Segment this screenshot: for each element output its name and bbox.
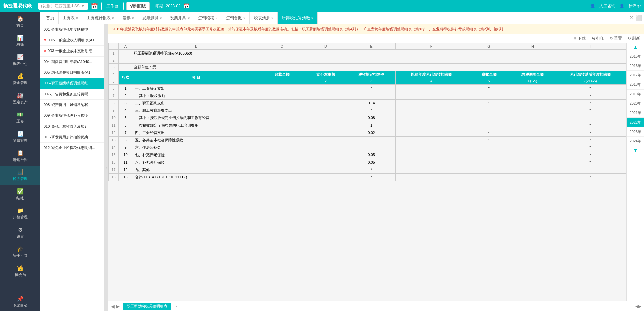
left-nav-item-005[interactable]: 005-纳税调整项目明细表(A1... <box>40 67 104 78</box>
left-nav-item-003[interactable]: ⊗ 003-一般企业成本支出明细... <box>40 46 104 57</box>
tab-home[interactable]: 首页 <box>42 12 59 24</box>
cell-16G[interactable] <box>467 159 511 166</box>
sidebar-item-asset[interactable]: 🏭 固定资产 <box>0 89 40 108</box>
cell-15H[interactable] <box>511 151 554 159</box>
cell-18E[interactable]: * <box>347 173 395 181</box>
cell-15A[interactable]: 10 <box>119 151 132 159</box>
cell-16H[interactable] <box>511 159 554 166</box>
cell-15G[interactable] <box>467 151 511 159</box>
company-selector[interactable]: (勿删）江西皖宝-LSS ▼ <box>38 3 88 10</box>
left-nav-item-008[interactable]: 008-资产折旧、摊销及纳税... <box>40 100 104 110</box>
cell-15C[interactable] <box>260 151 304 159</box>
cell-10C[interactable] <box>260 114 304 122</box>
cell-12H[interactable] <box>511 129 554 136</box>
cell-15D[interactable] <box>304 151 347 159</box>
cell-12A[interactable]: 7 <box>119 129 132 136</box>
year-nav-2023[interactable]: 2023年 <box>627 127 644 137</box>
reset-button[interactable]: ↺ 重置 <box>610 36 622 41</box>
tab-invoice-open-close[interactable]: × <box>188 16 190 20</box>
cell-13F[interactable] <box>395 136 467 144</box>
workspace-button[interactable]: 工作台 <box>101 2 124 10</box>
cell-9G[interactable] <box>467 107 511 114</box>
cell-14C[interactable] <box>260 144 304 151</box>
cell-14F[interactable] <box>395 144 467 151</box>
cell-8B[interactable]: 二、职工福利支出 <box>132 99 260 107</box>
cell-16C[interactable] <box>260 159 304 166</box>
nav-next-icon[interactable]: ▶ <box>116 304 120 309</box>
cell-14A[interactable]: 9 <box>119 144 132 151</box>
cell-14H[interactable] <box>511 144 554 151</box>
cell-11G[interactable] <box>467 122 511 129</box>
sidebar-item-purchase[interactable]: 📋 进销台账 <box>0 146 40 166</box>
cell-11F[interactable] <box>395 122 467 129</box>
cell-16E[interactable]: 0.05 <box>347 159 395 166</box>
cell-12C[interactable] <box>260 129 304 136</box>
cell-6H[interactable] <box>511 84 554 92</box>
sheet-options-icon[interactable]: ⋮⋮ <box>174 304 183 309</box>
sidebar-item-home[interactable]: 🏠 首页 <box>0 12 40 31</box>
tab-invoice-close[interactable]: × <box>132 16 134 20</box>
year-nav-2018[interactable]: 2018年 <box>627 80 644 90</box>
cell-17H[interactable] <box>511 166 554 173</box>
year-nav-2020[interactable]: 2020年 <box>627 99 644 108</box>
cell-13B[interactable]: 五、各类基本社会保障性缴款 <box>132 136 260 144</box>
cell-17B[interactable]: 九、其他 <box>132 166 260 173</box>
sidebar-item-tax[interactable]: 🧮 税务管理 <box>0 166 40 185</box>
sidebar-item-guide[interactable]: 🎓 新手引导 <box>0 242 40 262</box>
cell-10A[interactable]: 5 <box>119 114 132 122</box>
cell-12G[interactable]: * <box>467 129 511 136</box>
sidebar-item-invoice[interactable]: 🧾 发票管理 <box>0 127 40 146</box>
sheet-scroll-right[interactable]: ▶ <box>638 304 641 309</box>
cell-17E[interactable]: * <box>347 166 395 173</box>
cell-10H[interactable] <box>511 114 554 122</box>
sheet-scroll-left[interactable]: ◀ <box>635 304 638 309</box>
cell-14I[interactable]: * <box>554 144 626 151</box>
switch-button[interactable]: 切到旧版 <box>126 2 150 10</box>
tab-reconcile[interactable]: 进销稽核 × <box>194 12 222 24</box>
left-nav-item-007[interactable]: 007-广告费和业务宣传费明... <box>40 89 104 100</box>
year-nav-2024[interactable]: 2024年 <box>627 137 644 146</box>
tab-invoice[interactable]: 发票 × <box>118 12 138 24</box>
year-nav-2019[interactable]: 2019年 <box>627 90 644 99</box>
cell-12E[interactable]: 0.02 <box>347 129 395 136</box>
cell-10D[interactable] <box>304 114 347 122</box>
sidebar-item-report[interactable]: 📈 报表中心 <box>0 50 40 70</box>
cell-10I[interactable] <box>554 114 626 122</box>
tab-maximize[interactable]: ⬜ <box>636 15 642 21</box>
cell-10B[interactable]: 其中：按税收规定比例扣除的职工教育经费 <box>132 114 260 122</box>
cell-6G[interactable]: * <box>467 84 511 92</box>
tab-income-tax[interactable]: 所得税汇算清缴 × <box>278 12 318 24</box>
cell-16I[interactable]: * <box>554 159 626 166</box>
year-nav-2016[interactable]: 2016年 <box>627 61 644 71</box>
cell-9F[interactable] <box>395 107 467 114</box>
cell-15I[interactable]: * <box>554 151 626 159</box>
tab-invoice-calc-close[interactable]: × <box>160 16 162 20</box>
cell-8D[interactable] <box>304 99 347 107</box>
cell-6F[interactable] <box>395 84 467 92</box>
cell-16F[interactable] <box>395 159 467 166</box>
cell-18D[interactable] <box>304 173 347 181</box>
cell-17C[interactable] <box>260 166 304 173</box>
cell-13E[interactable] <box>347 136 395 144</box>
cell-7I[interactable]: * <box>554 92 626 99</box>
year-nav-up[interactable]: ▲ <box>632 43 640 52</box>
cell-18H[interactable] <box>511 173 554 181</box>
sidebar-item-ledger[interactable]: 📊 总账 <box>0 31 40 50</box>
cell-13C[interactable] <box>260 136 304 144</box>
left-nav-item-002[interactable]: ⊗ 002-一般企业收入明细表(A1... <box>40 35 104 46</box>
cell-6A[interactable]: 1 <box>119 84 132 92</box>
year-nav-down[interactable]: ▼ <box>632 146 640 155</box>
cell-7C[interactable] <box>260 92 304 99</box>
calendar-icon[interactable]: 📅 <box>91 2 98 10</box>
cell-9A[interactable]: 4 <box>119 107 132 114</box>
cell-8F[interactable] <box>395 99 467 107</box>
sidebar-item-settings[interactable]: ⚙ 设置 <box>0 223 40 242</box>
sidebar-item-archive[interactable]: 📁 归档管理 <box>0 204 40 223</box>
cell-8E[interactable]: 0.14 <box>347 99 395 107</box>
cell-6C[interactable] <box>260 84 304 92</box>
cell-18I[interactable]: * <box>554 173 626 181</box>
cell-13H[interactable] <box>511 136 554 144</box>
tab-income-tax-close[interactable]: × <box>311 16 313 20</box>
cell-11A[interactable]: 6 <box>119 122 132 129</box>
cell-16B[interactable]: 八、补充医疗保险 <box>132 159 260 166</box>
